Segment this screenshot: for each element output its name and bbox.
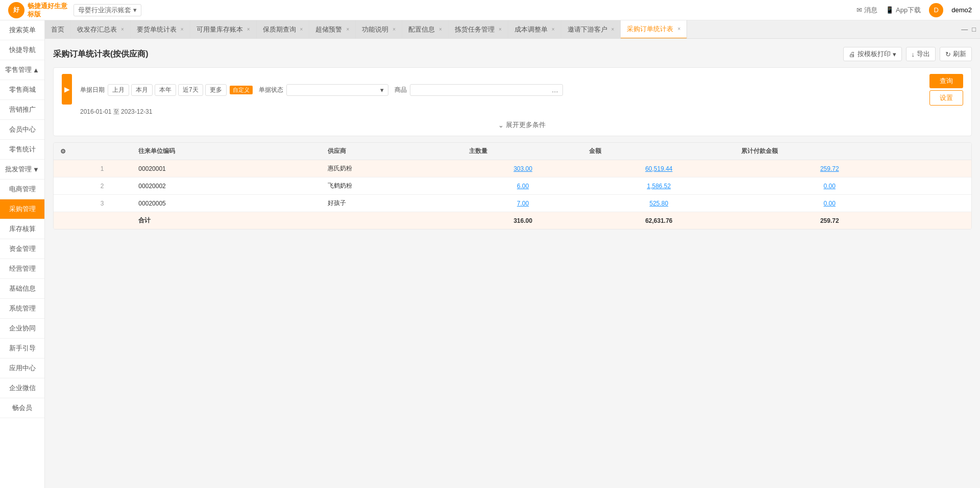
cell-qty[interactable]: 7.00 (463, 195, 582, 212)
maximize-icon[interactable]: □ (972, 25, 976, 33)
sidebar-item-ecom[interactable]: 电商管理 (0, 179, 44, 199)
tab-close-cost-adjust[interactable]: × (552, 27, 555, 32)
status-select[interactable]: ▾ (286, 84, 388, 96)
tab-inventory-ledger[interactable]: 可用量库存账本 × (190, 20, 257, 39)
tab-home[interactable]: 首页 (45, 20, 71, 39)
logo-icon: 好 (8, 2, 24, 18)
tab-cost-adjust[interactable]: 成本调整单 × (508, 20, 561, 39)
export-button[interactable]: ↓ 导出 (906, 47, 936, 61)
footer-no (72, 212, 132, 229)
table-header: ⚙ 往来单位编码 供应商 主数量 金额 累计付款金额 (54, 143, 971, 160)
sidebar-item-shortcut[interactable]: 快捷导航 (0, 40, 44, 60)
tab-close-order-stat[interactable]: × (181, 27, 184, 32)
sidebar-item-retail-mall[interactable]: 零售商城 (0, 80, 44, 100)
footer-settings (54, 212, 72, 229)
sidebar-item-search[interactable]: 搜索英单 (0, 20, 44, 40)
cell-amount[interactable]: 525.80 (583, 195, 736, 212)
more-date-button[interactable]: 更多 (205, 84, 227, 96)
cell-supplier: 好孩子 (322, 195, 463, 212)
tab-stocking-task[interactable]: 拣货任务管理 × (449, 20, 508, 39)
this-year-button[interactable]: 本年 (155, 84, 176, 96)
cell-amount[interactable]: 1,586.52 (583, 177, 736, 195)
tab-close-stocking-task[interactable]: × (499, 27, 502, 32)
content-area: 首页 收发存汇总表 × 要货单统计表 × 可用量库存账本 × 保质期查询 × 超… (45, 20, 980, 488)
sidebar-item-collab[interactable]: 企业协同 (0, 319, 44, 339)
table-row[interactable]: 1 00020001 惠氏奶粉 303.00 60,519.44 259.72 (54, 160, 971, 177)
cell-paid[interactable]: 259.72 (735, 160, 924, 177)
tab-receive-pay[interactable]: 收发存汇总表 × (71, 20, 131, 39)
date-filter: 单据日期 上月 本月 本年 近7天 更多 自定义 (80, 84, 253, 96)
col-supplier: 供应商 (322, 143, 463, 160)
tab-order-stat[interactable]: 要货单统计表 × (131, 20, 190, 39)
sidebar-item-wechat[interactable]: 企业微信 (0, 378, 44, 398)
cell-settings (54, 195, 72, 212)
tab-close-shelf-query[interactable]: × (300, 27, 303, 32)
tab-bar-actions: — □ (957, 25, 980, 33)
tab-shelf-query[interactable]: 保质期查询 × (257, 20, 310, 39)
table-row[interactable]: 2 00020002 飞鹤奶粉 6.00 1,586.52 0.00 (54, 177, 971, 195)
message-icon: ✉ (856, 6, 862, 14)
tab-close-inventory-ledger[interactable]: × (247, 27, 250, 32)
filter-actions: 查询 设置 (929, 74, 963, 106)
col-settings[interactable]: ⚙ (54, 143, 72, 160)
query-button[interactable]: 查询 (929, 74, 963, 88)
sidebar-item-retail[interactable]: 零售管理 ▲ (0, 60, 44, 80)
filter-area: ▶ 单据日期 上月 本月 本年 近7天 更多 (53, 67, 972, 136)
last-month-button[interactable]: 上月 (108, 84, 129, 96)
cell-code: 00020001 (132, 160, 321, 177)
sidebar-item-finance[interactable]: 资金管理 (0, 239, 44, 259)
page-title: 采购订单统计表(按供应商) (53, 49, 149, 60)
this-month-button[interactable]: 本月 (131, 84, 153, 96)
cell-code: 00020005 (132, 195, 321, 212)
goods-input[interactable]: … (410, 84, 563, 96)
cell-paid[interactable]: 0.00 (735, 177, 924, 195)
cell-paid[interactable]: 0.00 (735, 195, 924, 212)
sidebar-item-purchase[interactable]: 采购管理 (0, 199, 44, 219)
tab-close-invite-downstream[interactable]: × (611, 27, 615, 32)
tab-config-info[interactable]: 配置信息 × (402, 20, 449, 39)
tab-bar: 首页 收发存汇总表 × 要货单统计表 × 可用量库存账本 × 保质期查询 × 超… (45, 20, 980, 39)
tab-close-func-desc[interactable]: × (393, 27, 396, 32)
cell-amount[interactable]: 60,519.44 (583, 160, 736, 177)
logo-text: 畅捷通好生意 标版 (28, 2, 67, 18)
sidebar-item-marketing[interactable]: 营销推广 (0, 100, 44, 120)
last-7-days-button[interactable]: 近7天 (178, 84, 203, 96)
cell-qty[interactable]: 303.00 (463, 160, 582, 177)
sidebar-item-wholesale[interactable]: 批发管理 ▼ (0, 160, 44, 179)
tab-func-desc[interactable]: 功能说明 × (356, 20, 402, 39)
sidebar-item-retail-stat[interactable]: 零售统计 (0, 140, 44, 160)
refresh-button[interactable]: ↻ 刷新 (940, 47, 972, 61)
col-no (72, 143, 132, 160)
app-download-button[interactable]: 📱 App下载 (886, 6, 921, 15)
tab-overstock-warn[interactable]: 超储预警 × (309, 20, 356, 39)
print-button[interactable]: 🖨 按模板打印 ▾ (843, 47, 902, 61)
avatar[interactable]: D (929, 3, 943, 17)
tab-close-config-info[interactable]: × (439, 27, 442, 32)
minimize-icon[interactable]: — (961, 25, 968, 33)
sidebar-item-system[interactable]: 系统管理 (0, 299, 44, 319)
cell-extra (924, 195, 971, 212)
sidebar-item-appcenter[interactable]: 应用中心 (0, 358, 44, 378)
expand-more-button[interactable]: ⌄ 展开更多条件 (80, 120, 963, 130)
logo-area: 好 畅捷通好生意 标版 (8, 2, 67, 18)
workspace-select[interactable]: 母婴行业演示账套 ▾ (74, 4, 141, 16)
avatar-label: D (934, 6, 939, 14)
message-button[interactable]: ✉ 消息 (856, 6, 877, 15)
tab-close-receive-pay[interactable]: × (121, 27, 124, 32)
tab-close-overstock-warn[interactable]: × (346, 27, 349, 32)
cell-no: 2 (72, 177, 132, 195)
settings-button[interactable]: 设置 (929, 90, 963, 106)
sidebar-item-inventory[interactable]: 库存核算 (0, 219, 44, 239)
sidebar-item-ops[interactable]: 经营管理 (0, 259, 44, 279)
sidebar-item-member[interactable]: 会员中心 (0, 120, 44, 140)
cell-qty[interactable]: 6.00 (463, 177, 582, 195)
cell-supplier: 飞鹤奶粉 (322, 177, 463, 195)
table-row[interactable]: 3 00020005 好孩子 7.00 525.80 0.00 (54, 195, 971, 212)
filter-toggle-button[interactable]: ▶ (62, 74, 72, 105)
sidebar-item-basic[interactable]: 基础信息 (0, 279, 44, 299)
sidebar-item-newbie[interactable]: 新手引导 (0, 339, 44, 358)
tab-close-purchase-stat[interactable]: × (677, 26, 680, 32)
tab-invite-downstream[interactable]: 邀请下游客户 × (561, 20, 621, 39)
sidebar-item-member2[interactable]: 畅会员 (0, 398, 44, 418)
tab-purchase-stat[interactable]: 采购订单统计表 × (621, 20, 687, 39)
